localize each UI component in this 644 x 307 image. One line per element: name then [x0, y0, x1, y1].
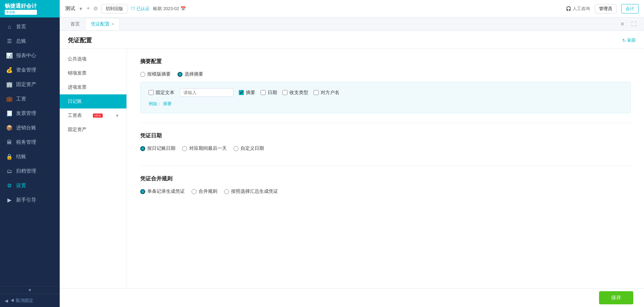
checkbox-fixed-text[interactable]: 固定文本	[149, 90, 174, 96]
sidebar-item-settings[interactable]: ⚙ 设置	[0, 178, 60, 193]
nav-purchase-invoice[interactable]: 进项发票	[60, 80, 126, 94]
scroll-down-icon: ▼	[28, 288, 32, 293]
left-nav: 公共选项 销项发票 进项发票 日记账 工资表 NEW ▾ 固定资产	[60, 49, 127, 288]
fixed-text-input[interactable]	[180, 88, 233, 97]
radio-custom-date-input[interactable]	[233, 146, 238, 151]
sidebar-item-salary[interactable]: 💼 工资	[0, 92, 60, 106]
calendar-icon[interactable]: 📅	[180, 6, 186, 11]
merge-rules-title: 凭证合并规则	[140, 175, 631, 182]
summary-checkbox[interactable]	[239, 90, 244, 95]
sidebar-item-close[interactable]: 🔒 结账	[0, 149, 60, 164]
sidebar-item-invoice[interactable]: 🧾 发票管理	[0, 106, 60, 121]
guide-icon: ▶	[6, 197, 13, 203]
voucher-date-title: 凭证日期	[140, 132, 631, 139]
radio-by-diary[interactable]: 按日记账日期	[140, 145, 175, 151]
consult-button[interactable]: 🎧 人工咨询	[566, 6, 590, 12]
refresh-button[interactable]: ↻ 刷新	[622, 37, 636, 43]
sidebar-item-sales[interactable]: 📦 进销台账	[0, 121, 60, 135]
sidebar-item-label: 工资	[16, 96, 26, 102]
checkbox-counterpart[interactable]: 对方户名	[314, 90, 339, 96]
radio-template-input[interactable]	[140, 72, 145, 77]
tab-home[interactable]: 首页	[65, 18, 85, 30]
cancel-fixed-button[interactable]: ◀ ◀ 取消固定	[0, 294, 60, 307]
sidebar-logo: 畅捷通好会计 专业版	[0, 0, 60, 17]
section-summary-config: 摘要配置 按模版摘要 选择摘要	[140, 58, 631, 123]
ledger-icon: ☰	[6, 38, 13, 44]
nav-payroll[interactable]: 工资表 NEW ▾	[60, 108, 126, 123]
headset-icon: 🎧	[566, 6, 571, 11]
radio-by-selection-input[interactable]	[224, 189, 229, 194]
sidebar-item-asset[interactable]: 🏢 固定资产	[0, 77, 60, 92]
voucher-date-radio-group: 按日记账日期 对应期间最后一天 自定义日期	[140, 145, 631, 151]
date-checkbox[interactable]	[261, 90, 266, 95]
sidebar-item-archive[interactable]: 🗂 归档管理	[0, 164, 60, 178]
radio-merge-input[interactable]	[192, 189, 197, 194]
sidebar-scroll-down: ▼	[0, 286, 60, 294]
right-panel: 摘要配置 按模版摘要 选择摘要	[127, 49, 644, 288]
content-area: 凭证配置 ↻ 刷新 公共选项 销项发票 进项发票 日记账	[60, 31, 644, 307]
expand-window-button[interactable]: ⛶	[629, 20, 639, 28]
sidebar-item-tax[interactable]: 🏛 税务管理	[0, 135, 60, 149]
counterpart-checkbox[interactable]	[314, 90, 319, 95]
radio-merge[interactable]: 合并规则	[192, 188, 217, 194]
summary-options-box: 固定文本 摘要 日期	[140, 82, 631, 113]
radio-custom-date[interactable]: 自定义日期	[233, 145, 264, 151]
company-name: 测试	[65, 5, 75, 12]
radio-by-diary-input[interactable]	[140, 146, 145, 151]
sidebar-item-report[interactable]: 📊 报表中心	[0, 48, 60, 63]
income-type-checkbox[interactable]	[282, 90, 287, 95]
fixed-text-checkbox[interactable]	[149, 90, 154, 95]
radio-single[interactable]: 单条记录生成凭证	[140, 188, 185, 194]
nav-diary[interactable]: 日记账	[60, 94, 126, 108]
checkbox-income-type[interactable]: 收支类型	[282, 90, 308, 96]
tax-icon: 🏛	[6, 139, 13, 145]
summary-radio-group: 按模版摘要 选择摘要	[140, 71, 631, 77]
radio-single-input[interactable]	[140, 189, 145, 194]
sidebar-item-home[interactable]: ⌂ 首页	[0, 19, 60, 34]
checkbox-date[interactable]: 日期	[261, 90, 277, 96]
sidebar-logo-name: 畅捷通好会计	[5, 3, 37, 9]
switch-old-button[interactable]: 切到旧版	[101, 4, 127, 13]
radio-template-summary[interactable]: 按模版摘要	[140, 71, 171, 77]
manager-button[interactable]: 管理员	[595, 4, 616, 13]
nav-sales-invoice[interactable]: 销项发票	[60, 66, 126, 80]
verified-badge: 🛡 已认证	[131, 6, 150, 12]
radio-select-summary[interactable]: 选择摘要	[177, 71, 203, 77]
tab-controls: ✕ ⛶	[618, 20, 639, 28]
radio-by-selection[interactable]: 按照选择汇总生成凭证	[224, 188, 278, 194]
nav-fixed-assets[interactable]: 固定资产	[60, 123, 126, 137]
section-voucher-date: 凭证日期 按日记账日期 对应期间最后一天	[140, 132, 631, 166]
tab-close-button[interactable]: ×	[112, 22, 114, 27]
archive-icon: 🗂	[6, 168, 13, 174]
sidebar-item-guide[interactable]: ▶ 新手引导	[0, 193, 60, 207]
radio-last-day[interactable]: 对应期间最后一天	[182, 145, 227, 151]
radio-select-input[interactable]	[177, 72, 182, 77]
section-merge-rules: 凭证合并规则 单条记录生成凭证 合并规则	[140, 175, 631, 209]
summary-options-row: 固定文本 摘要 日期	[149, 88, 622, 97]
sidebar-item-ledger[interactable]: ☰ 总账	[0, 34, 60, 48]
sidebar: 畅捷通好会计 专业版 ⌂ 首页 ☰ 总账 📊 报表中心 💰 资金管理 🏢 固定资…	[0, 0, 60, 307]
checkbox-summary[interactable]: 摘要	[239, 90, 255, 96]
add-icon[interactable]: +	[87, 5, 90, 12]
sidebar-item-label: 总账	[16, 38, 26, 44]
tab-voucher-config[interactable]: 凭证配置 ×	[85, 18, 120, 30]
sidebar-item-label: 结账	[16, 154, 26, 160]
close-window-button[interactable]: ✕	[618, 20, 627, 28]
tabbar: 首页 凭证配置 × ✕ ⛶	[60, 17, 644, 31]
dropdown-icon[interactable]: ▼	[78, 6, 83, 11]
sidebar-item-label: 归档管理	[16, 168, 36, 174]
radio-last-day-input[interactable]	[182, 146, 187, 151]
right-panel-inner: 摘要配置 按模版摘要 选择摘要	[127, 49, 644, 227]
settings-gear-icon[interactable]: ⚙	[93, 5, 98, 12]
sidebar-item-label: 进销台账	[16, 125, 36, 131]
sidebar-item-fund[interactable]: 💰 资金管理	[0, 63, 60, 77]
cancel-fixed-label: ◀ 取消固定	[10, 298, 33, 304]
content-body: 公共选项 销项发票 进项发票 日记账 工资表 NEW ▾ 固定资产	[60, 49, 644, 288]
nav-public[interactable]: 公共选项	[60, 52, 126, 66]
role-button[interactable]: 会计	[621, 4, 639, 13]
save-button[interactable]: 保存	[599, 291, 633, 304]
sidebar-item-label: 发票管理	[16, 110, 36, 117]
main-area: 测试 ▼ + ⚙ 切到旧版 🛡 已认证 账期 2023-02 📅 🎧 人工咨询 …	[60, 0, 644, 307]
sidebar-nav: ⌂ 首页 ☰ 总账 📊 报表中心 💰 资金管理 🏢 固定资产 💼 工资 🧾 发票…	[0, 17, 60, 286]
sidebar-item-label: 新手引导	[16, 197, 36, 203]
